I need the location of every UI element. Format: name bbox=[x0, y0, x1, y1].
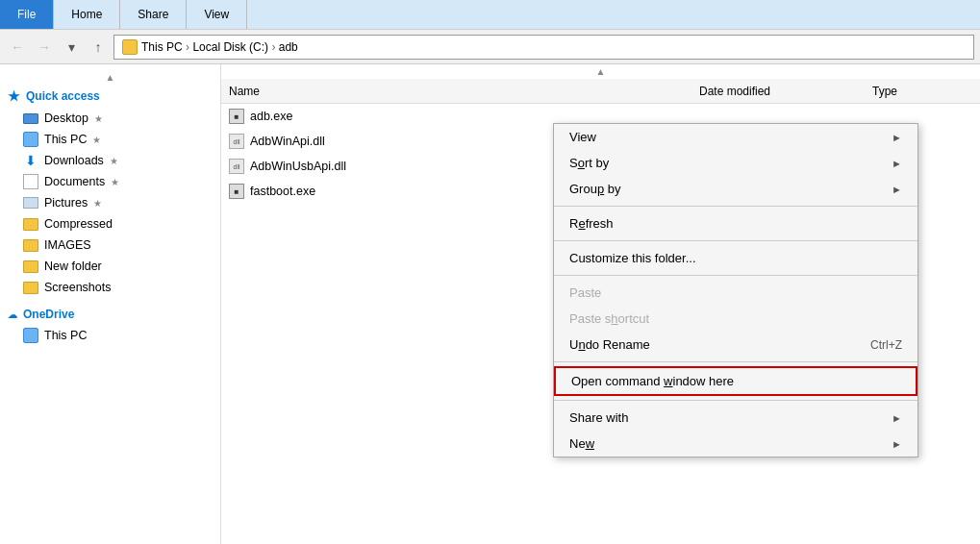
address-bar: ← → ▾ ↑ This PC › Local Disk (C:) › adb bbox=[0, 30, 980, 64]
tab-home[interactable]: Home bbox=[54, 0, 120, 29]
ctx-item-paste-shortcut: Paste shortcut bbox=[554, 306, 917, 332]
recent-button[interactable]: ▾ bbox=[60, 36, 83, 59]
exe-icon: ■ bbox=[229, 184, 244, 199]
sidebar-item-thispc2[interactable]: This PC bbox=[0, 325, 220, 346]
ctx-item-paste: Paste bbox=[554, 280, 917, 306]
quick-access-header[interactable]: ★ Quick access bbox=[0, 85, 220, 108]
dll-icon: dll bbox=[229, 159, 244, 174]
pin-icon: ★ bbox=[111, 177, 119, 187]
separator bbox=[554, 400, 917, 401]
sidebar-item-downloads[interactable]: ⬇ Downloads ★ bbox=[0, 150, 220, 171]
onedrive-header[interactable]: ☁ OneDrive bbox=[0, 304, 220, 325]
sidebar-item-images[interactable]: IMAGES bbox=[0, 235, 220, 256]
onedrive-icon: ☁ bbox=[8, 309, 17, 320]
scroll-arrow-up: ▲ bbox=[0, 70, 220, 85]
chevron-right-icon: ► bbox=[892, 412, 902, 424]
ribbon: File Home Share View bbox=[0, 0, 980, 30]
col-name-header: Name bbox=[221, 85, 691, 98]
pin-icon: ★ bbox=[94, 113, 103, 124]
pin-icon: ★ bbox=[110, 156, 118, 166]
folder-icon bbox=[23, 280, 38, 295]
separator bbox=[554, 361, 917, 362]
chevron-right-icon: ► bbox=[892, 132, 902, 143]
address-text: This PC › Local Disk (C:) › adb bbox=[141, 40, 298, 54]
ribbon-tabs: File Home Share View bbox=[0, 0, 980, 29]
documents-icon bbox=[23, 174, 38, 189]
shortcut-label: Ctrl+Z bbox=[870, 338, 902, 352]
ctx-item-share-with[interactable]: Share with ► bbox=[554, 405, 917, 431]
tab-view[interactable]: View bbox=[187, 0, 247, 29]
downloads-icon: ⬇ bbox=[23, 153, 38, 168]
sidebar-item-thispc[interactable]: This PC ★ bbox=[0, 129, 220, 150]
sidebar: ▲ ★ Quick access Desktop ★ This PC ★ ⬇ D… bbox=[0, 64, 221, 544]
ctx-item-view[interactable]: View ► bbox=[554, 124, 917, 150]
chevron-right-icon: ► bbox=[892, 438, 902, 450]
exe-icon: ■ bbox=[229, 109, 244, 124]
ctx-item-open-cmd[interactable]: Open command window here bbox=[554, 366, 917, 396]
ctx-item-customize[interactable]: Customize this folder... bbox=[554, 245, 917, 271]
context-menu: View ► Sort by ► Group by ► Refresh Cust… bbox=[553, 123, 918, 457]
ctx-item-refresh[interactable]: Refresh bbox=[554, 210, 917, 236]
pin-icon: ★ bbox=[92, 135, 101, 145]
tab-share[interactable]: Share bbox=[120, 0, 187, 29]
chevron-right-icon: ► bbox=[892, 184, 902, 195]
folder-icon bbox=[23, 216, 38, 232]
ctx-item-groupby[interactable]: Group by ► bbox=[554, 176, 917, 202]
ctx-item-new[interactable]: New ► bbox=[554, 431, 917, 457]
col-date-header: Date modified bbox=[691, 85, 865, 98]
thispc-icon bbox=[23, 132, 38, 147]
sidebar-item-pictures[interactable]: Pictures ★ bbox=[0, 192, 220, 213]
sidebar-item-desktop[interactable]: Desktop ★ bbox=[0, 108, 220, 129]
separator bbox=[554, 275, 917, 276]
pictures-icon bbox=[23, 195, 38, 210]
folder-icon bbox=[23, 237, 38, 253]
sidebar-item-new-folder[interactable]: New folder bbox=[0, 256, 220, 277]
ctx-item-sortby[interactable]: Sort by ► bbox=[554, 150, 917, 176]
star-icon: ★ bbox=[8, 88, 20, 104]
pin-icon: ★ bbox=[93, 198, 102, 209]
sidebar-item-compressed[interactable]: Compressed bbox=[0, 213, 220, 235]
file-name-cell: ■ adb.exe bbox=[221, 109, 980, 124]
folder-icon bbox=[122, 39, 138, 55]
sidebar-item-screenshots[interactable]: Screenshots bbox=[0, 277, 220, 298]
dll-icon: dll bbox=[229, 134, 244, 149]
up-button[interactable]: ↑ bbox=[87, 36, 110, 59]
forward-button[interactable]: → bbox=[33, 36, 56, 59]
filelist-scroll-up: ▲ bbox=[221, 64, 980, 79]
folder-icon bbox=[23, 259, 38, 274]
thispc-icon bbox=[23, 328, 38, 343]
separator bbox=[554, 206, 917, 207]
sidebar-item-documents[interactable]: Documents ★ bbox=[0, 171, 220, 192]
desktop-icon bbox=[23, 111, 38, 126]
back-button[interactable]: ← bbox=[6, 36, 29, 59]
file-list-header: Name Date modified Type bbox=[221, 79, 980, 104]
address-box[interactable]: This PC › Local Disk (C:) › adb bbox=[113, 35, 974, 60]
chevron-right-icon: ► bbox=[892, 158, 902, 169]
ctx-item-undo-rename[interactable]: Undo Rename Ctrl+Z bbox=[554, 332, 917, 358]
separator bbox=[554, 240, 917, 241]
col-type-header: Type bbox=[865, 85, 980, 98]
tab-file[interactable]: File bbox=[0, 0, 54, 29]
